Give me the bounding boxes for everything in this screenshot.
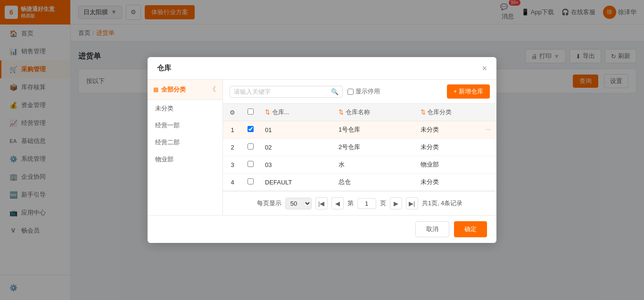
modal-overlay: 仓库 × ⊞ 全部分类 《 未分类 经营一部 [0,0,644,300]
warehouse-table: ⚙ ⇅ 仓库... ⇅ [223,104,496,191]
show-disabled-checkbox[interactable] [347,89,354,95]
row-seq: 4 [223,174,242,191]
th-code[interactable]: ⇅ 仓库... [259,104,333,121]
select-all-checkbox[interactable] [248,108,254,115]
category-sidebar: ⊞ 全部分类 《 未分类 经营一部 经营二部 物业部 [148,80,223,215]
row-checkbox[interactable] [242,139,259,156]
modal-close-btn[interactable]: × [482,64,487,73]
row-category: 未分类 [415,139,496,156]
category-item-property[interactable]: 物业部 [148,151,223,168]
th-name[interactable]: ⇅ 仓库名称 [333,104,414,121]
row-name: 2号仓库 [333,139,414,156]
th-settings[interactable]: ⚙ [223,104,242,121]
row-code: 03 [259,156,333,174]
table-area: 🔍 显示停用 + 新增仓库 ⚙ [223,80,496,215]
row-category: 未分类··· [415,121,496,139]
modal-footer: 取消 确定 [148,215,496,243]
next-page-btn[interactable]: ▶ [390,197,402,209]
category-collapse-btn[interactable]: 《 [208,84,217,95]
row-select-checkbox[interactable] [248,126,254,132]
table-toolbar: 🔍 显示停用 + 新增仓库 [223,80,496,104]
category-item-ops2[interactable]: 经营二部 [148,134,223,151]
warehouse-modal: 仓库 × ⊞ 全部分类 《 未分类 经营一部 [148,57,496,243]
first-page-btn[interactable]: |◀ [315,197,328,209]
add-warehouse-btn[interactable]: + 新增仓库 [447,84,490,99]
row-name: 水 [333,156,414,174]
prev-page-btn[interactable]: ◀ [331,197,344,209]
table-header-row: ⚙ ⇅ 仓库... ⇅ [223,104,496,121]
row-select-checkbox[interactable] [248,161,254,167]
show-disabled-label: 显示停用 [347,87,380,96]
pagination: 每页显示 50 20 100 |◀ ◀ 第 1 页 ▶ ▶| 共1页, 4条记录 [223,191,496,215]
row-seq: 1 [223,121,242,139]
row-code: 01 [259,121,333,139]
modal-header: 仓库 × [148,57,496,80]
row-category: 物业部 [415,156,496,174]
cancel-btn[interactable]: 取消 [415,221,449,237]
row-checkbox[interactable] [242,156,259,174]
category-header: ⊞ 全部分类 《 [148,80,223,100]
settings-col-icon: ⚙ [230,109,235,116]
search-icon[interactable]: 🔍 [331,88,339,95]
th-checkbox [242,104,259,121]
sort-icon: ⇅ [265,108,270,116]
sort-icon2: ⇅ [339,108,344,116]
last-page-btn[interactable]: ▶| [406,197,418,209]
row-name: 总仓 [333,174,414,191]
row-code: 02 [259,139,333,156]
table-row[interactable]: 4 DEFAULT 总仓 未分类 [223,174,496,191]
row-select-checkbox[interactable] [248,143,254,150]
search-wrap: 🔍 [230,86,343,98]
row-seq: 2 [223,139,242,156]
table-row[interactable]: 2 02 2号仓库 未分类 [223,139,496,156]
row-name: 1号仓库 [333,121,414,139]
sort-icon3: ⇅ [421,108,426,116]
row-seq: 3 [223,156,242,174]
confirm-btn[interactable]: 确定 [454,221,487,237]
page-number-input[interactable]: 1 [357,198,376,209]
page-size-select[interactable]: 50 20 100 [285,198,312,209]
search-input[interactable] [234,88,329,95]
row-category: 未分类 [415,174,496,191]
table-row[interactable]: 3 03 水 物业部 [223,156,496,174]
grid-icon: ⊞ [153,86,158,93]
category-item-uncategorized[interactable]: 未分类 [148,100,223,117]
category-header-title: ⊞ 全部分类 [153,85,186,94]
row-code: DEFAULT [259,174,333,191]
category-item-ops1[interactable]: 经营一部 [148,117,223,134]
row-checkbox[interactable] [242,174,259,191]
modal-title: 仓库 [157,64,171,73]
modal-body: ⊞ 全部分类 《 未分类 经营一部 经营二部 物业部 [148,80,496,215]
row-checkbox[interactable] [242,121,259,139]
row-actions[interactable]: ··· [486,125,491,133]
row-select-checkbox[interactable] [248,178,254,184]
th-category[interactable]: ⇅ 仓库分类 [415,104,496,121]
table-row[interactable]: 1 01 1号仓库 未分类··· [223,121,496,139]
